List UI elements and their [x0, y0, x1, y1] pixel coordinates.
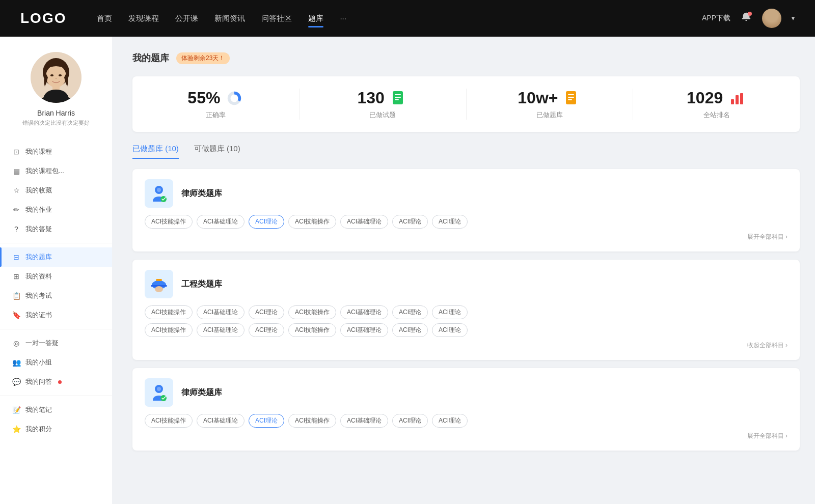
sidebar-item-note[interactable]: 📝 我的笔记	[0, 400, 112, 419]
nav-link-题库[interactable]: 题库	[308, 12, 323, 25]
bank-tag[interactable]: ACI技能操作	[288, 414, 336, 428]
svg-rect-10	[395, 97, 401, 98]
notification-bell[interactable]	[741, 12, 752, 25]
sidebar-item-points[interactable]: ⭐ 我的积分	[0, 419, 112, 439]
bank-tag[interactable]: ACI理论	[392, 414, 428, 428]
note-icon: 📝	[12, 406, 20, 414]
bank-tag[interactable]: ACI基础理论	[340, 215, 388, 229]
bank-expand-toggle[interactable]: 收起全部科目 ›	[145, 341, 787, 350]
sidebar-item-package[interactable]: ▤ 我的课程包...	[0, 161, 112, 181]
bank-tag[interactable]: ACI理论	[432, 414, 468, 428]
bank-tag[interactable]: ACI理论	[249, 414, 284, 428]
bank-expand-toggle[interactable]: 展开全部科目 ›	[145, 432, 787, 440]
bank-tag[interactable]: ACI技能操作	[288, 305, 336, 319]
bank-tag[interactable]: ACI技能操作	[145, 323, 193, 337]
sidebar-item-oneone[interactable]: ◎ 一对一答疑	[0, 333, 112, 353]
logo[interactable]: LOGO	[20, 10, 66, 26]
sidebar-item-star[interactable]: ☆ 我的收藏	[0, 181, 112, 200]
profile-icon: ⊞	[12, 272, 20, 281]
svg-point-4	[59, 74, 62, 76]
bank-expand-toggle[interactable]: 展开全部科目 ›	[145, 233, 787, 241]
bank-tag[interactable]: ACI理论	[392, 215, 428, 229]
navbar-right: APP下载 ▾	[702, 9, 795, 28]
stat-icon-chart-red	[728, 89, 746, 107]
points-icon: ⭐	[12, 425, 20, 433]
tabs-row: 已做题库 (10)可做题库 (10)	[132, 144, 800, 159]
bank-tag[interactable]: ACI理论	[432, 305, 468, 319]
nav-link-首页[interactable]: 首页	[97, 12, 112, 25]
sidebar-avatar	[31, 52, 82, 103]
nav-link-问答社区[interactable]: 问答社区	[261, 12, 292, 25]
bank-card-header: 工程类题库	[145, 270, 787, 298]
bank-tag[interactable]: ACI理论	[432, 323, 468, 337]
bank-type-icon	[145, 378, 173, 407]
stat-item-1: 130 已做试题	[300, 89, 467, 120]
bank-tag[interactable]: ACI理论	[249, 215, 284, 229]
sidebar: Brian Harris 错误的决定比没有决定要好 ⊡ 我的课程 ▤ 我的课程包…	[0, 37, 112, 504]
sidebar-item-label: 我的资料	[25, 272, 52, 281]
stat-item-2: 10w+ 已做题库	[467, 89, 634, 120]
bank-tag[interactable]: ACI理论	[249, 323, 284, 337]
sidebar-item-cert[interactable]: 🔖 我的证书	[0, 305, 112, 325]
bank-tag[interactable]: ACI基础理论	[197, 215, 244, 229]
sidebar-item-profile[interactable]: ⊞ 我的资料	[0, 267, 112, 286]
nav-link-公开课[interactable]: 公开课	[175, 12, 198, 25]
svg-point-7	[231, 94, 238, 102]
sidebar-item-homework[interactable]: ✏ 我的作业	[0, 200, 112, 219]
app-download[interactable]: APP下载	[702, 14, 730, 23]
bank-tag[interactable]: ACI基础理论	[197, 305, 244, 319]
package-icon: ▤	[12, 167, 20, 175]
sidebar-item-exam[interactable]: 📋 我的考试	[0, 286, 112, 305]
sidebar-item-label: 我的小组	[25, 358, 52, 367]
bank-tag[interactable]: ACI基础理论	[340, 305, 388, 319]
sidebar-item-label: 一对一答疑	[25, 339, 59, 348]
sidebar-item-group[interactable]: 👥 我的小组	[0, 353, 112, 372]
bank-type-icon	[145, 179, 173, 208]
bank-tag[interactable]: ACI基础理论	[340, 323, 388, 337]
stat-top: 10w+	[518, 89, 581, 107]
badge-dot	[58, 380, 62, 384]
trial-badge: 体验剩余23天！	[176, 52, 230, 64]
tab-0[interactable]: 已做题库 (10)	[132, 144, 179, 159]
sidebar-profile: Brian Harris 错误的决定比没有决定要好	[0, 52, 112, 137]
sidebar-item-label: 我的题库	[25, 253, 52, 262]
bank-tag[interactable]: ACI理论	[392, 323, 428, 337]
bank-title: 工程类题库	[181, 279, 222, 290]
bank-tags-row1: ACI技能操作ACI基础理论ACI理论ACI技能操作ACI基础理论ACI理论AC…	[145, 414, 787, 428]
tab-1[interactable]: 可做题库 (10)	[194, 144, 240, 159]
bank-tag[interactable]: ACI理论	[249, 305, 284, 319]
sidebar-item-qa[interactable]: ? 我的答疑	[0, 219, 112, 239]
bank-tag[interactable]: ACI理论	[392, 305, 428, 319]
bank-tag[interactable]: ACI技能操作	[145, 215, 193, 229]
sidebar-item-qna[interactable]: 💬 我的问答	[0, 372, 112, 391]
stat-icon-pie	[225, 89, 243, 107]
star-icon: ☆	[12, 186, 20, 194]
bank-tag[interactable]: ACI技能操作	[288, 215, 336, 229]
sidebar-item-bank[interactable]: ⊟ 我的题库	[0, 247, 112, 267]
stat-label: 已做题库	[536, 110, 563, 120]
nav-link-发现课程[interactable]: 发现课程	[128, 12, 159, 25]
stat-top: 55%	[187, 89, 243, 107]
nav-link-···[interactable]: ···	[340, 12, 346, 25]
bank-tag[interactable]: ACI基础理论	[197, 414, 244, 428]
sidebar-item-course[interactable]: ⊡ 我的课程	[0, 142, 112, 161]
svg-rect-18	[740, 93, 743, 104]
avatar[interactable]	[762, 9, 781, 28]
bank-tag[interactable]: ACI技能操作	[145, 305, 193, 319]
avatar-chevron[interactable]: ▾	[792, 15, 795, 22]
sidebar-divider	[0, 396, 112, 396]
nav-link-新闻资讯[interactable]: 新闻资讯	[214, 12, 245, 25]
sidebar-item-label: 我的答疑	[25, 225, 52, 234]
cert-icon: 🔖	[12, 311, 20, 319]
bank-tag[interactable]: ACI基础理论	[340, 414, 388, 428]
bank-tag[interactable]: ACI技能操作	[288, 323, 336, 337]
bank-tag[interactable]: ACI基础理论	[197, 323, 244, 337]
stat-icon-doc-green	[390, 89, 408, 107]
stat-value: 10w+	[518, 89, 558, 107]
svg-rect-11	[395, 99, 399, 100]
sidebar-divider	[0, 329, 112, 329]
bank-tag[interactable]: ACI技能操作	[145, 414, 193, 428]
course-icon: ⊡	[12, 148, 20, 156]
svg-point-27	[157, 387, 161, 391]
bank-tag[interactable]: ACI理论	[432, 215, 468, 229]
